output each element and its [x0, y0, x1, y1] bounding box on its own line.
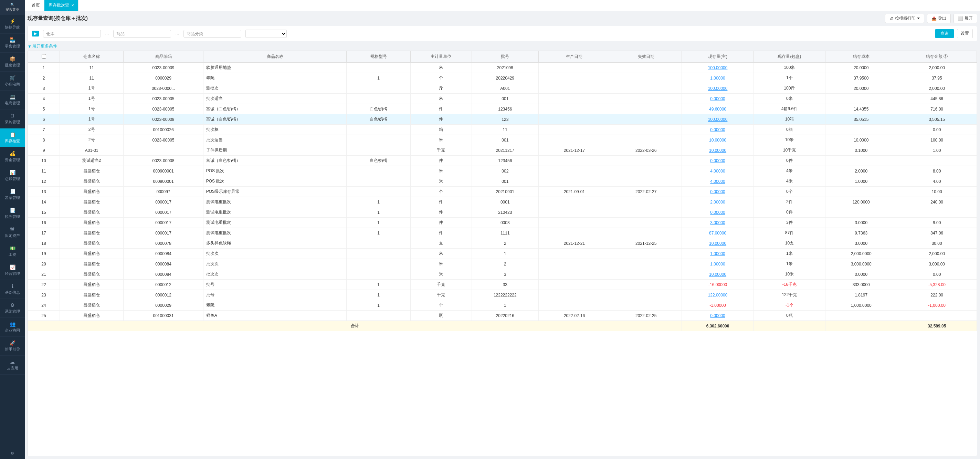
sidebar-item-retail[interactable]: 🏪 零售管理	[0, 34, 25, 53]
cell-qty[interactable]: 1.00000	[682, 259, 754, 269]
cell-spec	[347, 238, 410, 249]
cell-qtybox: -16千克	[754, 280, 825, 290]
cell-qty[interactable]: -1.00000	[682, 300, 754, 311]
sidebar-item-label: 经营管理	[5, 271, 20, 276]
export-button[interactable]: 📤 导出	[927, 14, 951, 23]
cell-qty[interactable]: 0.00000	[682, 156, 754, 166]
tab-inventory-batch[interactable]: 库存批次查 ✕	[45, 0, 78, 11]
sidebar-item-cloud[interactable]: ☁ 云应用	[0, 356, 25, 375]
cell-qty[interactable]: 122.00000	[682, 290, 754, 300]
sidebar-item-inventory[interactable]: 📋 库存核查	[0, 128, 25, 147]
cell-qty[interactable]: 0.00000	[682, 311, 754, 321]
cell-qty[interactable]: 4.00000	[682, 166, 754, 176]
sidebar-item-label: 发票管理	[5, 195, 20, 201]
cell-mfgdate	[538, 259, 610, 269]
cell-warehouse: 昌盛稻仓	[60, 207, 124, 218]
cell-qty[interactable]: 1.00000	[682, 73, 754, 83]
expand-button[interactable]: ⬜ 展开	[953, 14, 977, 23]
cell-qtybox: 100米	[754, 63, 825, 73]
cell-qty[interactable]: 49.60000	[682, 104, 754, 114]
sidebar-item-basic[interactable]: ℹ 基础信息	[0, 280, 25, 299]
cell-qtybox: 4米	[754, 176, 825, 186]
cell-qtybox: 0米	[754, 94, 825, 104]
sidebar-item-purchase[interactable]: 🗒 采购管理	[0, 110, 25, 128]
sidebar-settings[interactable]: ⚙	[0, 448, 25, 459]
cell-name: 批号	[203, 290, 347, 300]
sidebar-item-wholesale[interactable]: 📦 批发管理	[0, 53, 25, 72]
cell-qty[interactable]: 10.00000	[682, 238, 754, 249]
cell-code: 0000084	[124, 259, 203, 269]
fixed-asset-icon: 🏛	[10, 226, 15, 232]
cell-cost	[826, 125, 897, 135]
cell-qtybox: 10米	[754, 135, 825, 145]
table-row: 17 昌盛稻仓 0000017 测试电重批次 1 件 1111 87.00000…	[28, 228, 977, 238]
cell-warehouse: 昌盛稻仓	[60, 197, 124, 207]
table-row: 11 昌盛稻仓 000900001 POS 批次 米 002 4.00000 4…	[28, 166, 977, 176]
cell-expdate	[610, 228, 682, 238]
product-input[interactable]	[113, 30, 171, 38]
sidebar-item-quick-nav[interactable]: ⚡ 快捷导航	[0, 15, 25, 34]
sidebar-item-mini-shop[interactable]: 🛒 小账电商	[0, 72, 25, 91]
sidebar-item-system[interactable]: ⚙ 系统管理	[0, 299, 25, 318]
cell-qty[interactable]: 1.00000	[682, 249, 754, 259]
warehouse-input[interactable]	[43, 30, 101, 38]
set-button[interactable]: 设置	[957, 29, 973, 38]
cell-qty[interactable]: 100.00000	[682, 114, 754, 125]
print-button[interactable]: 🖨 按模板打印	[885, 14, 924, 23]
cell-qty[interactable]: 10.00000	[682, 135, 754, 145]
sidebar-item-invoice[interactable]: 🧾 发票管理	[0, 185, 25, 204]
cell-amount: 30.00	[897, 238, 977, 249]
cell-qty[interactable]: 0.00000	[682, 186, 754, 197]
cell-qty[interactable]: 4.00000	[682, 176, 754, 186]
cell-batch: 33	[472, 280, 538, 290]
cell-batch: 001	[472, 94, 538, 104]
search-icon: 🔍	[10, 3, 14, 6]
table-row: 13 昌盛稻仓 000097 POS显示库存异常 个 20210901 2021…	[28, 186, 977, 197]
cell-qty[interactable]: 87.00000	[682, 228, 754, 238]
sidebar-item-collab[interactable]: 👥 企业协同	[0, 318, 25, 337]
cell-qty[interactable]: 0.00000	[682, 94, 754, 104]
filter-expand-arrow[interactable]: ▶	[32, 31, 39, 37]
sidebar-item-finance[interactable]: 💰 资金管理	[0, 147, 25, 166]
cell-name: 鲜鱼A	[203, 311, 347, 321]
tab-home[interactable]: 首页	[27, 0, 45, 11]
cell-amount: 240.00	[897, 197, 977, 207]
sidebar-item-report[interactable]: 📊 总账管理	[0, 166, 25, 185]
cell-batch: A001	[472, 83, 538, 94]
cell-name: 测试电重批次	[203, 218, 347, 228]
cell-qty[interactable]: -16.00000	[682, 280, 754, 290]
sidebar-item-newbie[interactable]: 🚀 新手引导	[0, 337, 25, 356]
cell-mfgdate: 2021-12-17	[538, 145, 610, 156]
cell-amount: 8.00	[897, 166, 977, 176]
cell-qty[interactable]: 10.00000	[682, 145, 754, 156]
sidebar-item-ops[interactable]: 📈 经营管理	[0, 261, 25, 280]
cell-qty[interactable]: 10.00000	[682, 269, 754, 280]
cell-qty[interactable]: 3.00000	[682, 218, 754, 228]
cell-warehouse: 2号	[60, 125, 124, 135]
tab-close-icon[interactable]: ✕	[71, 3, 74, 7]
cell-qty[interactable]: 100.00000	[682, 83, 754, 94]
search-button[interactable]: 查询	[935, 29, 954, 38]
expand-conditions-button[interactable]: ▼ 展开更多条件	[27, 43, 977, 49]
category-input[interactable]	[183, 30, 241, 38]
cell-amount: 37.95	[897, 73, 977, 83]
cell-warehouse: 1号	[60, 83, 124, 94]
tab-bar: 首页 库存批次查 ✕	[25, 0, 980, 11]
cell-qty[interactable]: 0.00000	[682, 125, 754, 135]
select-all-checkbox[interactable]	[41, 54, 46, 59]
cell-amount: 2,000.00	[897, 63, 977, 73]
sidebar-item-tax[interactable]: 📑 税务管理	[0, 204, 25, 223]
cell-qty[interactable]: 100.00000	[682, 63, 754, 73]
cell-mfgdate	[538, 300, 610, 311]
category-select[interactable]	[245, 30, 287, 38]
sidebar-item-label: 工资	[9, 252, 16, 257]
cell-no: 2	[28, 73, 60, 83]
cell-qty[interactable]: 0.00000	[682, 207, 754, 218]
sidebar-item-payroll[interactable]: 💵 工资	[0, 242, 25, 261]
sidebar-search[interactable]: 🔍 搜索菜单	[0, 0, 25, 15]
main-area: 首页 库存批次查 ✕ 现存量查询(按仓库＋批次) 🖨 按模板打印 📤 导出	[25, 0, 980, 459]
sidebar-item-ecommerce[interactable]: 💻 电商管理	[0, 91, 25, 110]
sidebar-item-fixed-asset[interactable]: 🏛 固定资产	[0, 223, 25, 242]
cell-no: 11	[28, 166, 60, 176]
cell-qty[interactable]: 2.00000	[682, 197, 754, 207]
